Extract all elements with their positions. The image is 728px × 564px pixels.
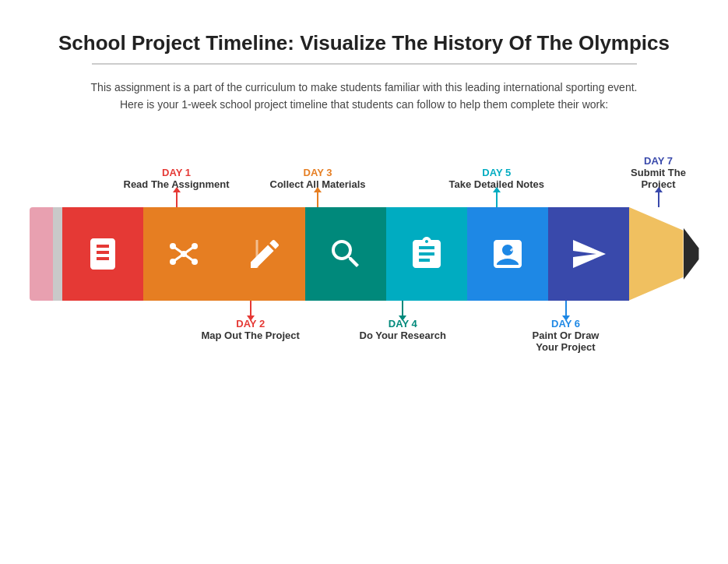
day1-label: DAY 1 (162, 167, 191, 178)
segment-3 (224, 207, 305, 301)
pencil-eraser (30, 207, 53, 301)
day2-text: Map Out The Project (202, 330, 300, 341)
pencil-band (53, 207, 62, 301)
day7-label: DAY 7 (644, 155, 673, 167)
segment-7 (548, 207, 629, 301)
segment-1 (62, 207, 143, 301)
svg-line-5 (173, 246, 184, 254)
page-title: School Project Timeline: Visualize The H… (58, 31, 670, 55)
svg-line-8 (184, 254, 195, 262)
day6-text: Paint Or Draw Your Project (527, 330, 605, 353)
day5-label: DAY 5 (482, 167, 511, 178)
pencil-tip (629, 207, 699, 301)
pencil-bar (30, 207, 699, 301)
title-divider (92, 63, 637, 65)
timeline: DAY 1 Read The Assignment DAY 3 Collect … (31, 145, 697, 379)
segment-2 (143, 207, 224, 301)
svg-line-6 (184, 246, 195, 254)
subtitle: This assignment is a part of the curricu… (91, 79, 638, 114)
segment-5 (386, 207, 467, 301)
segment-6 (467, 207, 548, 301)
day4-text: Do Your Research (360, 330, 447, 341)
svg-line-7 (173, 254, 184, 262)
day3-label: DAY 3 (304, 167, 332, 178)
segment-4 (305, 207, 386, 301)
